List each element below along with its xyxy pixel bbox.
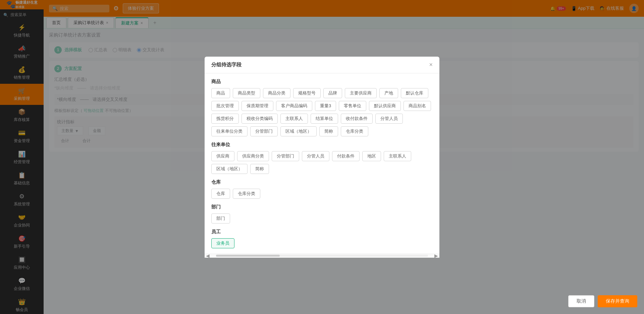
section-department: 部门 部门 bbox=[211, 204, 433, 224]
tag-区域地区p[interactable]: 区域（地区） bbox=[211, 164, 248, 174]
tag-地区[interactable]: 地区 bbox=[362, 151, 381, 161]
tag-零售单位[interactable]: 零售单位 bbox=[339, 101, 366, 111]
partners-tags: 供应商 供应商分类 分管部门 分管人员 付款条件 地区 主联系人 区域（地区） … bbox=[211, 151, 433, 174]
save-button[interactable]: 保存并查询 bbox=[598, 295, 637, 307]
tag-批次管理[interactable]: 批次管理 bbox=[211, 101, 239, 111]
hscroll-left-arrow[interactable]: ◀ bbox=[206, 253, 216, 258]
tag-规格型号[interactable]: 规格型号 bbox=[293, 88, 321, 98]
tag-拣货积分[interactable]: 拣货积分 bbox=[211, 114, 239, 124]
tag-往来单位分类[interactable]: 往来单位分类 bbox=[211, 126, 248, 136]
tag-重量3[interactable]: 重量3 bbox=[315, 101, 336, 111]
tag-主要供应商[interactable]: 主要供应商 bbox=[345, 88, 377, 98]
tag-仓库[interactable]: 仓库 bbox=[211, 189, 230, 199]
modal-close-btn[interactable]: × bbox=[429, 61, 433, 68]
tag-供应商[interactable]: 供应商 bbox=[211, 151, 234, 161]
hscroll-right-arrow[interactable]: ▶ bbox=[428, 253, 438, 258]
tag-简称p[interactable]: 简称 bbox=[250, 164, 269, 174]
section-products: 商品 商品 商品类型 商品分类 规格型号 品牌 主要供应商 产地 默认仓库 批次… bbox=[211, 79, 433, 136]
tag-税收分类编码[interactable]: 税收分类编码 bbox=[241, 114, 278, 124]
tag-结算单位[interactable]: 结算单位 bbox=[311, 114, 338, 124]
tag-分管部门[interactable]: 分管部门 bbox=[250, 126, 278, 136]
tag-仓库分类p[interactable]: 仓库分类 bbox=[341, 126, 368, 136]
tag-商品[interactable]: 商品 bbox=[211, 88, 230, 98]
section-partners-title: 往来单位 bbox=[211, 142, 433, 148]
section-staff: 员工 业务员 bbox=[211, 229, 433, 248]
tag-产地[interactable]: 产地 bbox=[379, 88, 398, 98]
section-warehouse-title: 仓库 bbox=[211, 179, 433, 185]
department-tags: 部门 bbox=[211, 213, 433, 224]
tag-付款条件[interactable]: 付款条件 bbox=[332, 151, 360, 161]
tag-主联系人p[interactable]: 主联系人 bbox=[384, 151, 411, 161]
tag-客户商品编码[interactable]: 客户商品编码 bbox=[276, 101, 312, 111]
modal-body: 商品 商品 商品类型 商品分类 规格型号 品牌 主要供应商 产地 默认仓库 批次… bbox=[205, 73, 439, 254]
tag-收付款条件[interactable]: 收付款条件 bbox=[341, 114, 373, 124]
section-partners: 往来单位 供应商 供应商分类 分管部门 分管人员 付款条件 地区 主联系人 区域… bbox=[211, 142, 433, 174]
products-tags: 商品 商品类型 商品分类 规格型号 品牌 主要供应商 产地 默认仓库 批次管理 … bbox=[211, 88, 433, 136]
tag-仓库分类[interactable]: 仓库分类 bbox=[233, 189, 260, 199]
tag-默认仓库[interactable]: 默认仓库 bbox=[401, 88, 428, 98]
tag-品牌[interactable]: 品牌 bbox=[323, 88, 342, 98]
cancel-button[interactable]: 取消 bbox=[568, 295, 594, 307]
section-department-title: 部门 bbox=[211, 204, 433, 210]
staff-tags: 业务员 bbox=[211, 238, 433, 248]
tag-商品分类[interactable]: 商品分类 bbox=[263, 88, 290, 98]
section-warehouse: 仓库 仓库 仓库分类 bbox=[211, 179, 433, 199]
tag-供应商分类[interactable]: 供应商分类 bbox=[237, 151, 269, 161]
modal-hscrollbar[interactable]: ◀ ▶ bbox=[205, 254, 439, 258]
tag-业务员[interactable]: 业务员 bbox=[211, 238, 234, 248]
section-staff-title: 员工 bbox=[211, 229, 433, 235]
tag-区域地区[interactable]: 区域（地区） bbox=[280, 126, 317, 136]
hscroll-track[interactable] bbox=[216, 255, 428, 257]
tag-分管人员p[interactable]: 分管人员 bbox=[302, 151, 329, 161]
page-footer-btns: 取消 保存并查询 bbox=[568, 295, 637, 307]
tag-简称[interactable]: 简称 bbox=[319, 126, 338, 136]
tag-分管人员[interactable]: 分管人员 bbox=[375, 114, 403, 124]
tag-默认供应商[interactable]: 默认供应商 bbox=[369, 101, 401, 111]
tag-部门[interactable]: 部门 bbox=[211, 213, 230, 224]
tag-商品类型[interactable]: 商品类型 bbox=[233, 88, 260, 98]
modal-title: 分组待选字段 bbox=[211, 62, 241, 68]
warehouse-tags: 仓库 仓库分类 bbox=[211, 189, 433, 199]
section-products-title: 商品 bbox=[211, 79, 433, 85]
modal-overlay: 分组待选字段 × 商品 商品 商品类型 商品分类 规格型号 品牌 主要供应商 产… bbox=[0, 0, 644, 314]
tag-保质期管理[interactable]: 保质期管理 bbox=[241, 101, 273, 111]
modal-header: 分组待选字段 × bbox=[205, 57, 439, 73]
tag-分管部门p[interactable]: 分管部门 bbox=[272, 151, 299, 161]
tag-商品别名[interactable]: 商品别名 bbox=[404, 101, 431, 111]
modal: 分组待选字段 × 商品 商品 商品类型 商品分类 规格型号 品牌 主要供应商 产… bbox=[205, 57, 439, 258]
hscroll-thumb bbox=[216, 255, 280, 257]
tag-主联系人[interactable]: 主联系人 bbox=[280, 114, 308, 124]
